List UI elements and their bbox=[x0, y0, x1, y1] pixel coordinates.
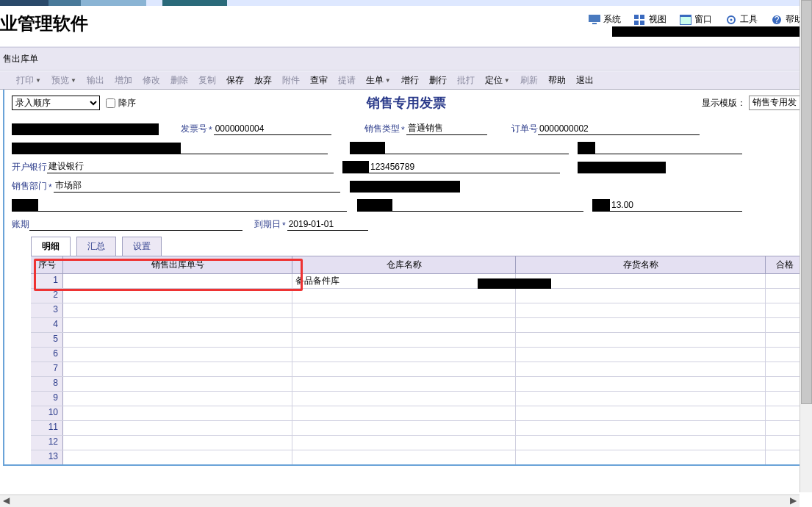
tb-output[interactable]: 输出 bbox=[82, 74, 109, 87]
cell-flag[interactable] bbox=[766, 436, 804, 450]
cell-flag[interactable] bbox=[766, 406, 804, 420]
tb-save[interactable]: 保存 bbox=[222, 74, 248, 87]
cell-deliv_no[interactable] bbox=[63, 406, 292, 420]
scrollbar-thumb[interactable] bbox=[801, 0, 812, 404]
cell-warehouse[interactable] bbox=[292, 333, 516, 347]
menu-view[interactable]: 视图 bbox=[634, 13, 667, 26]
table-row[interactable]: 5 bbox=[31, 333, 808, 348]
table-row[interactable]: 8 bbox=[31, 377, 808, 392]
remark-field[interactable] bbox=[38, 200, 347, 212]
table-row[interactable]: 9 bbox=[31, 392, 808, 406]
invoice-no-field[interactable]: 0000000004 bbox=[214, 123, 331, 135]
tb-audit[interactable]: 查审 bbox=[306, 74, 332, 87]
cell-warehouse[interactable] bbox=[292, 436, 516, 450]
table-row[interactable]: 3 bbox=[31, 303, 808, 318]
cell-deliv_no[interactable] bbox=[63, 392, 292, 406]
cell-flag[interactable] bbox=[766, 421, 804, 435]
sort-order-select[interactable]: 录入顺序 bbox=[12, 96, 100, 110]
tb-submit[interactable]: 提请 bbox=[334, 74, 360, 87]
tb-preview[interactable]: 预览▼ bbox=[47, 74, 81, 87]
cell-stock[interactable] bbox=[516, 348, 766, 362]
pay-terms-field[interactable] bbox=[392, 200, 583, 212]
cell-warehouse[interactable] bbox=[292, 450, 516, 464]
cell-deliv_no[interactable] bbox=[63, 436, 292, 450]
tb-batch[interactable]: 批打 bbox=[453, 74, 479, 87]
cell-flag[interactable] bbox=[766, 303, 804, 317]
cell-flag[interactable] bbox=[766, 392, 804, 406]
tb-delrow[interactable]: 删行 bbox=[425, 74, 451, 87]
cell-warehouse[interactable] bbox=[292, 362, 516, 376]
cell-deliv_no[interactable] bbox=[63, 362, 292, 376]
period-field[interactable] bbox=[29, 219, 242, 231]
cell-deliv_no[interactable] bbox=[63, 289, 292, 303]
tab-settings[interactable]: 设置 bbox=[122, 237, 162, 256]
cell-stock[interactable] bbox=[516, 421, 766, 435]
cell-deliv_no[interactable] bbox=[63, 303, 292, 317]
tab-summary[interactable]: 汇总 bbox=[76, 237, 116, 256]
cell-warehouse[interactable] bbox=[292, 406, 516, 420]
sale-type-field[interactable]: 普通销售 bbox=[406, 122, 487, 135]
scroll-right-icon[interactable]: ▶ bbox=[787, 496, 800, 507]
tb-gen[interactable]: 生单▼ bbox=[362, 74, 395, 87]
tax-rate-field[interactable]: 13.00 bbox=[610, 200, 742, 212]
col-stock[interactable]: 存货名称 bbox=[516, 256, 766, 273]
cell-warehouse[interactable] bbox=[292, 421, 516, 435]
cell-flag[interactable] bbox=[766, 362, 804, 376]
tb-locate[interactable]: 定位▼ bbox=[481, 74, 514, 87]
bank-field[interactable]: 建设银行 bbox=[47, 160, 334, 173]
tb-attach[interactable]: 附件 bbox=[278, 74, 304, 87]
cell-flag[interactable] bbox=[766, 333, 804, 347]
cell-flag[interactable] bbox=[766, 289, 804, 303]
cell-flag[interactable] bbox=[766, 377, 804, 391]
cell-warehouse[interactable] bbox=[292, 303, 516, 317]
order-no-field[interactable]: 0000000002 bbox=[538, 123, 700, 135]
cell-stock[interactable] bbox=[516, 318, 766, 332]
tb-help[interactable]: 帮助 bbox=[544, 74, 570, 87]
tb-refresh[interactable]: 刷新 bbox=[516, 74, 542, 87]
col-flag[interactable]: 合格 bbox=[766, 256, 804, 273]
menu-window[interactable]: 窗口 bbox=[680, 13, 712, 26]
cell-warehouse[interactable] bbox=[292, 318, 516, 332]
cell-warehouse[interactable] bbox=[292, 289, 516, 303]
cell-stock[interactable] bbox=[516, 289, 766, 303]
cell-stock[interactable] bbox=[516, 392, 766, 406]
cell-stock[interactable] bbox=[516, 406, 766, 420]
dept-field[interactable]: 市场部 bbox=[54, 179, 340, 193]
table-row[interactable]: 1备品备件库 bbox=[31, 274, 808, 289]
cell-deliv_no[interactable] bbox=[63, 318, 292, 332]
tb-print[interactable]: 打印▼ bbox=[12, 74, 46, 87]
cell-stock[interactable] bbox=[516, 450, 766, 464]
cell-stock[interactable] bbox=[516, 362, 766, 376]
cell-stock[interactable] bbox=[516, 333, 766, 347]
table-row[interactable]: 11 bbox=[31, 421, 808, 436]
cell-deliv_no[interactable] bbox=[63, 377, 292, 391]
cell-stock[interactable] bbox=[516, 377, 766, 391]
cell-stock[interactable] bbox=[516, 274, 766, 288]
cell-flag[interactable] bbox=[766, 450, 804, 464]
template-select[interactable]: 销售专用发 bbox=[749, 96, 800, 110]
table-row[interactable]: 4 bbox=[31, 318, 808, 333]
menu-system[interactable]: 系统 bbox=[589, 13, 621, 26]
cell-flag[interactable] bbox=[766, 274, 804, 288]
desc-checkbox[interactable]: 降序 bbox=[106, 97, 136, 109]
cell-flag[interactable] bbox=[766, 348, 804, 362]
tb-delete[interactable]: 删除 bbox=[166, 74, 193, 87]
cell-warehouse[interactable] bbox=[292, 377, 516, 391]
phone-field[interactable] bbox=[595, 143, 742, 154]
tb-discard[interactable]: 放弃 bbox=[250, 74, 276, 87]
tb-addrow[interactable]: 增行 bbox=[397, 74, 423, 87]
horizontal-scrollbar[interactable]: ◀ ▶ bbox=[0, 495, 800, 507]
cell-deliv_no[interactable] bbox=[63, 274, 292, 288]
table-row[interactable]: 7 bbox=[31, 362, 808, 377]
cell-deliv_no[interactable] bbox=[63, 421, 292, 435]
cell-deliv_no[interactable] bbox=[63, 333, 292, 347]
vertical-scrollbar[interactable] bbox=[800, 0, 812, 492]
cell-warehouse[interactable] bbox=[292, 348, 516, 362]
cust-addr-field[interactable] bbox=[385, 143, 569, 154]
menu-tools[interactable]: 工具 bbox=[725, 13, 758, 26]
table-row[interactable]: 13 bbox=[31, 450, 808, 465]
tb-copy[interactable]: 复制 bbox=[194, 74, 220, 87]
account-no-field[interactable]: 123456789 bbox=[369, 162, 560, 173]
tb-modify[interactable]: 修改 bbox=[138, 74, 165, 87]
col-seq[interactable]: 序号 bbox=[31, 256, 63, 273]
